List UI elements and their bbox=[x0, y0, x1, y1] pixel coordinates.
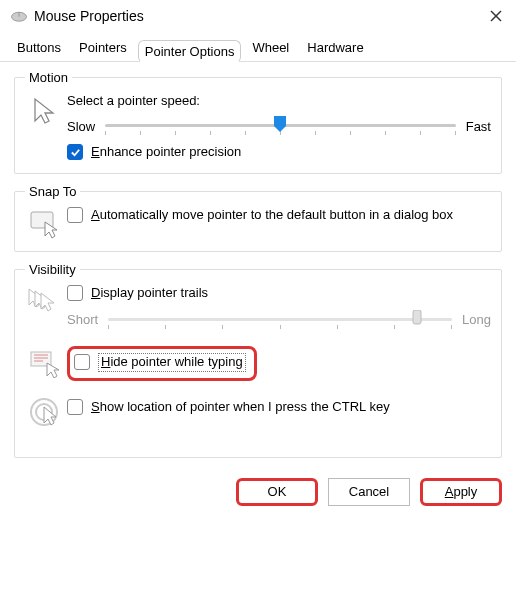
tab-pane: Motion Select a pointer speed: Slow bbox=[0, 62, 516, 458]
dialog-buttons: OK Cancel Apply bbox=[0, 468, 516, 516]
cancel-button[interactable]: Cancel bbox=[328, 478, 410, 506]
trails-long-label: Long bbox=[462, 312, 491, 327]
group-motion: Motion Select a pointer speed: Slow bbox=[14, 70, 502, 174]
slider-thumb-icon[interactable] bbox=[272, 116, 288, 132]
tab-pointer-options[interactable]: Pointer Options bbox=[138, 40, 242, 63]
hide-pointer-label[interactable]: Hide pointer while typing bbox=[98, 353, 246, 372]
apply-button[interactable]: Apply bbox=[420, 478, 502, 506]
tab-wheel[interactable]: Wheel bbox=[243, 34, 298, 61]
slow-label: Slow bbox=[67, 119, 95, 134]
snap-to-label[interactable]: Automatically move pointer to the defaul… bbox=[91, 207, 453, 224]
pointer-trails-checkbox[interactable] bbox=[67, 285, 83, 301]
slider-thumb-icon bbox=[410, 310, 426, 326]
show-location-icon bbox=[25, 395, 67, 431]
group-visibility: Visibility Display pointer trails Sh bbox=[14, 262, 502, 458]
tab-pointers[interactable]: Pointers bbox=[70, 34, 136, 61]
snap-to-icon bbox=[25, 207, 67, 239]
close-icon[interactable] bbox=[486, 6, 506, 26]
mouse-icon bbox=[10, 9, 28, 23]
enhance-precision-label[interactable]: Enhance pointer precision bbox=[91, 144, 241, 161]
pointer-arrow-icon bbox=[25, 93, 67, 129]
snap-to-checkbox[interactable] bbox=[67, 207, 83, 223]
hide-pointer-checkbox[interactable] bbox=[74, 354, 90, 370]
tab-buttons[interactable]: Buttons bbox=[8, 34, 70, 61]
pointer-trails-label[interactable]: Display pointer trails bbox=[91, 285, 208, 302]
window-title: Mouse Properties bbox=[34, 8, 486, 24]
pointer-speed-label: Select a pointer speed: bbox=[67, 93, 491, 108]
group-motion-legend: Motion bbox=[25, 70, 72, 85]
hide-pointer-highlight: Hide pointer while typing bbox=[67, 346, 257, 381]
titlebar: Mouse Properties bbox=[0, 0, 516, 30]
show-location-label[interactable]: Show location of pointer when I press th… bbox=[91, 399, 390, 416]
hide-pointer-icon bbox=[25, 346, 67, 378]
pointer-trails-icon bbox=[25, 285, 67, 317]
enhance-precision-checkbox[interactable] bbox=[67, 144, 83, 160]
group-visibility-legend: Visibility bbox=[25, 262, 80, 277]
group-snap-to: Snap To Automatically move pointer to th… bbox=[14, 184, 502, 252]
pointer-trails-slider bbox=[108, 308, 452, 332]
tab-hardware[interactable]: Hardware bbox=[298, 34, 372, 61]
show-location-checkbox[interactable] bbox=[67, 399, 83, 415]
fast-label: Fast bbox=[466, 119, 491, 134]
pointer-speed-slider[interactable] bbox=[105, 114, 456, 138]
trails-short-label: Short bbox=[67, 312, 98, 327]
ok-button[interactable]: OK bbox=[236, 478, 318, 506]
tab-strip: Buttons Pointers Pointer Options Wheel H… bbox=[0, 30, 516, 62]
group-snap-to-legend: Snap To bbox=[25, 184, 80, 199]
svg-rect-5 bbox=[413, 310, 421, 324]
